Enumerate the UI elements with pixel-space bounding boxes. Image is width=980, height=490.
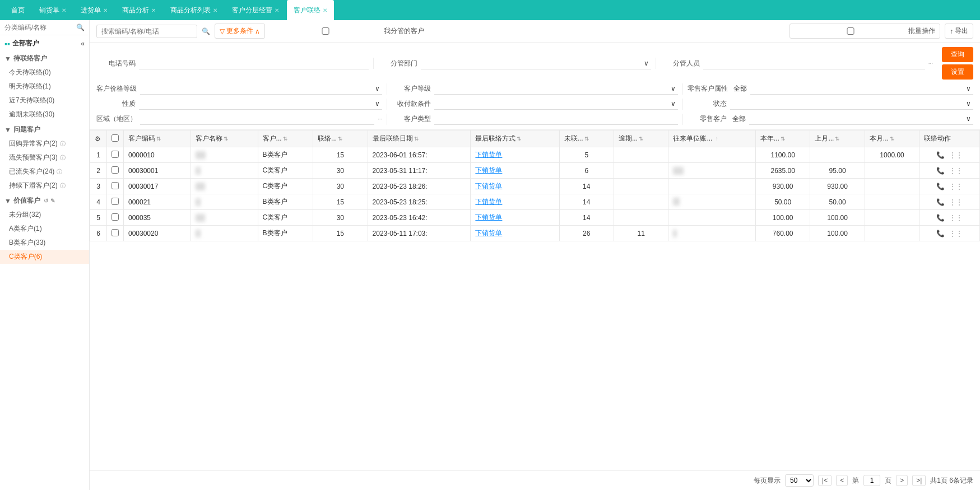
nature-select[interactable]: ∨ <box>139 98 382 110</box>
more-icon[interactable]: ⋮⋮ <box>949 230 963 237</box>
col-code[interactable]: 客户编码⇅ <box>124 130 191 147</box>
status-select[interactable]: ∨ <box>730 98 973 110</box>
export-btn[interactable]: ↑ 导出 <box>945 24 973 39</box>
col-last-method[interactable]: 最后联络方式⇅ <box>471 130 559 147</box>
close-icon[interactable]: ✕ <box>213 7 217 13</box>
cust-level-select[interactable]: ∨ <box>434 83 677 95</box>
contact-icon[interactable]: 📞 <box>936 183 945 190</box>
sidebar-group-pending-title[interactable]: ▼ 待联络客户 <box>0 52 89 66</box>
my-customers-check[interactable]: 我分管的客户 <box>270 26 424 36</box>
row-last-method[interactable]: 下销货单 <box>471 147 559 163</box>
close-icon[interactable]: ✕ <box>323 7 327 13</box>
sidebar-item-repurchase-abnormal[interactable]: 回购异常客户(2) ⓘ <box>0 137 89 151</box>
more-icon[interactable]: ⋮⋮ <box>949 214 963 222</box>
row-last-method[interactable]: 下销货单 <box>471 194 559 210</box>
nav-customer-contact[interactable]: 客户联络 ✕ <box>287 0 334 20</box>
col-settings[interactable]: ⚙ <box>90 130 107 147</box>
sidebar-item-churn-warning[interactable]: 流失预警客户(3) ⓘ <box>0 151 89 165</box>
col-last-month[interactable]: 上月...⇅ <box>810 130 865 147</box>
sidebar-item-unclassified[interactable]: 未分组(32) <box>0 208 89 222</box>
row-checkbox[interactable] <box>107 194 124 210</box>
sidebar-item-class-a[interactable]: A类客户(1) <box>0 222 89 236</box>
col-type[interactable]: 客户...⇅ <box>258 130 313 147</box>
settings-button[interactable]: 设置 <box>942 64 973 80</box>
col-this-month[interactable]: 本月...⇅ <box>865 130 919 147</box>
contact-icon[interactable]: 📞 <box>936 230 945 237</box>
more-icon[interactable]: ⋮⋮ <box>949 151 963 159</box>
contact-icon[interactable]: 📞 <box>936 151 945 159</box>
sidebar-all-customers[interactable]: ▪▪ 全部客户 « <box>0 35 89 52</box>
nav-product-list[interactable]: 商品分析列表 ✕ <box>164 0 224 20</box>
more-icon[interactable]: ⋮⋮ <box>949 198 963 206</box>
sidebar-group-problem-title[interactable]: ▼ 问题客户 <box>0 123 89 137</box>
cust-type-input[interactable] <box>434 113 677 125</box>
col-year[interactable]: 本年...⇅ <box>755 130 810 147</box>
nav-sales[interactable]: 销货单 ✕ <box>32 0 73 20</box>
nav-home[interactable]: 首页 <box>4 0 31 20</box>
sidebar-item-overdue[interactable]: 逾期未联络(30) <box>0 108 89 122</box>
select-all-checkbox[interactable] <box>112 134 119 142</box>
first-page-btn[interactable]: |< <box>818 475 832 486</box>
search-icon[interactable]: 🔍 <box>76 24 85 31</box>
row-name: ▓ <box>191 194 258 210</box>
batch-op-btn[interactable]: 批量操作 <box>789 24 940 39</box>
row-last-method[interactable]: 下销货单 <box>471 226 559 241</box>
sidebar-item-class-b[interactable]: B类客户(33) <box>0 236 89 250</box>
more-conditions-btn[interactable]: ▽ 更多条件 ∧ <box>215 24 265 39</box>
sidebar-search-input[interactable] <box>4 24 74 31</box>
person-input[interactable] <box>703 58 925 69</box>
payment-select[interactable]: ∨ <box>434 98 677 110</box>
close-icon[interactable]: ✕ <box>275 7 279 13</box>
last-page-btn[interactable]: >| <box>912 475 926 486</box>
col-last-date[interactable]: 最后联络日期⇅ <box>368 130 471 147</box>
row-last-method[interactable]: 下销货单 <box>471 163 559 179</box>
col-unlinked[interactable]: 未联...⇅ <box>559 130 614 147</box>
col-overdue[interactable]: 逾期...⇅ <box>614 130 668 147</box>
row-checkbox[interactable] <box>107 147 124 163</box>
retail-attr-select[interactable]: ∨ <box>750 83 973 95</box>
contact-icon[interactable]: 📞 <box>936 198 945 206</box>
search-btn[interactable]: 🔍 <box>202 27 210 35</box>
close-icon[interactable]: ✕ <box>103 7 108 13</box>
close-icon[interactable]: ✕ <box>151 7 156 13</box>
query-button[interactable]: 查询 <box>942 47 973 62</box>
nav-purchase[interactable]: 进货单 ✕ <box>74 0 114 20</box>
sidebar-item-7days[interactable]: 近7天待联络(0) <box>0 94 89 108</box>
col-checkbox[interactable] <box>107 130 124 147</box>
next-page-btn[interactable]: > <box>896 475 908 486</box>
prev-page-btn[interactable]: < <box>836 475 848 486</box>
more-icon[interactable]: ⋮⋮ <box>949 183 963 190</box>
search-input[interactable] <box>96 25 197 38</box>
my-customers-checkbox[interactable] <box>270 27 382 35</box>
row-last-method[interactable]: 下销货单 <box>471 210 559 226</box>
retail-customer-select[interactable]: ∨ <box>749 113 973 125</box>
row-checkbox[interactable] <box>107 163 124 179</box>
sidebar-item-today[interactable]: 今天待联络(0) <box>0 66 89 80</box>
sidebar-group-value-title[interactable]: ▼ 价值客户 ↺ ✎ <box>0 194 89 208</box>
contact-icon[interactable]: 📞 <box>936 214 945 222</box>
page-number-input[interactable] <box>863 475 880 486</box>
sidebar-item-class-c[interactable]: C类客户(6) <box>0 250 89 264</box>
contact-icon[interactable]: 📞 <box>936 167 945 175</box>
collapse-icon[interactable]: « <box>81 40 85 48</box>
nav-product-analysis[interactable]: 商品分析 ✕ <box>115 0 162 20</box>
row-last-method[interactable]: 下销货单 <box>471 179 559 194</box>
col-account[interactable]: 往来单位账... ↑ <box>668 130 755 147</box>
nav-customer-tier[interactable]: 客户分层经营 ✕ <box>225 0 286 20</box>
col-contact-days[interactable]: 联络...⇅ <box>313 130 368 147</box>
sidebar-item-tomorrow[interactable]: 明天待联络(1) <box>0 80 89 94</box>
area-input[interactable] <box>140 113 374 125</box>
per-page-select[interactable]: 50 100 <box>785 474 814 487</box>
close-icon[interactable]: ✕ <box>62 7 66 13</box>
row-checkbox[interactable] <box>107 179 124 194</box>
more-icon[interactable]: ⋮⋮ <box>949 167 963 175</box>
price-level-select[interactable]: ∨ <box>140 83 382 95</box>
batch-checkbox[interactable] <box>795 27 907 35</box>
row-checkbox[interactable] <box>107 210 124 226</box>
dept-select[interactable]: ∨ <box>421 58 651 69</box>
row-checkbox[interactable] <box>107 226 124 241</box>
phone-input[interactable] <box>139 58 369 69</box>
sidebar-item-churned[interactable]: 已流失客户(24) ⓘ <box>0 165 89 179</box>
sidebar-item-declining[interactable]: 持续下滑客户(2) ⓘ <box>0 179 89 193</box>
col-name[interactable]: 客户名称⇅ <box>191 130 258 147</box>
